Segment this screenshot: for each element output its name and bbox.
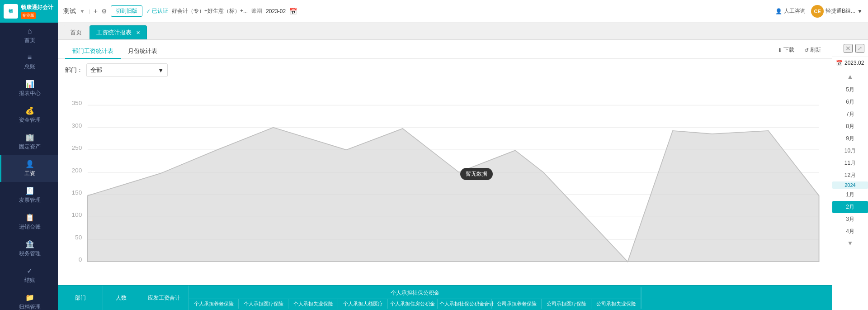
th-medical: 个人承担医疗保险 xyxy=(239,299,288,309)
th-group-personal: 个人承担社保公积金 个人承担养老保险 个人承担医疗保险 个人承担失业保险 个人承… xyxy=(189,287,642,309)
select-arrow-icon: ▼ xyxy=(158,67,164,74)
sidebar-item-home[interactable]: ⌂ 首页 xyxy=(0,23,58,49)
action-buttons: ⬇ 下载 ↺ 刷新 xyxy=(774,45,825,58)
th-group-label: 个人承担社保公积金 xyxy=(189,287,641,299)
th-pension: 个人承担养老保险 xyxy=(189,299,239,309)
month-10[interactable]: 10月 xyxy=(832,145,868,157)
salary-icon: 👤 xyxy=(25,160,34,168)
th-company-pension: 公司承担养老保险 xyxy=(492,299,542,309)
chart-area: 0 50 100 150 200 250 300 350 xyxy=(58,81,832,285)
topbar-title: 测试 xyxy=(63,7,76,15)
month-5[interactable]: 5月 xyxy=(832,84,868,96)
sidebar-item-tax[interactable]: 🏦 税务管理 xyxy=(0,235,58,262)
refresh-btn[interactable]: ↺ 刷新 xyxy=(801,45,825,55)
month-list: 5月 6月 7月 8月 9月 10月 11月 12月 2024 1月 2月 3月… xyxy=(832,84,868,310)
period-value: 2023-02 xyxy=(266,8,286,14)
ledger-icon: ≡ xyxy=(28,53,32,62)
month-2-active[interactable]: 2月 xyxy=(832,201,868,213)
settings-button[interactable]: ⚙ xyxy=(101,8,107,15)
sidebar-item-reports[interactable]: 📊 报表中心 xyxy=(0,75,58,102)
logo-text: 畅康通好会计 专业版 xyxy=(21,4,53,19)
month-8[interactable]: 8月 xyxy=(832,120,868,133)
month-9[interactable]: 9月 xyxy=(832,133,868,145)
date-input[interactable]: 📅 2023.02 xyxy=(832,57,868,69)
filter-bar: 部门： 全部 ▼ xyxy=(58,59,832,81)
content-area: 部门工资统计表 月份统计表 ⬇ 下载 ↺ 刷新 xyxy=(58,40,868,310)
app-logo: 畅 畅康通好会计 专业版 xyxy=(0,0,58,23)
certified-label: 已认证 xyxy=(152,7,168,15)
assets-icon: 🏢 xyxy=(25,133,34,142)
year-down-arrow[interactable]: ▼ xyxy=(832,238,868,248)
period-label: 账期 xyxy=(251,7,262,15)
tax-icon: 🏦 xyxy=(25,240,34,248)
topbar-dropdown-arrow[interactable]: ▼ xyxy=(80,8,85,14)
tab-salary-report[interactable]: 工资统计报表 ✕ xyxy=(90,25,147,39)
th-unemployment: 个人承担失业保险 xyxy=(288,299,338,309)
calendar-small-icon: 📅 xyxy=(836,60,843,66)
download-btn[interactable]: ⬇ 下载 xyxy=(774,45,798,55)
year-2024-label[interactable]: 2024 xyxy=(832,181,868,189)
table-header: 部门 人数 应发工资合计 个人承担社保公积金 个人承担养老保险 个人承担医疗保险… xyxy=(58,285,832,310)
logo-icon: 畅 xyxy=(4,4,18,19)
th-major-medical: 个人承担大额医疗 xyxy=(338,299,388,309)
user-dropdown-arrow: ▼ xyxy=(857,8,863,14)
content-main: 部门工资统计表 月份统计表 ⬇ 下载 ↺ 刷新 xyxy=(58,40,832,310)
subtab-monthly[interactable]: 月份统计表 xyxy=(121,44,165,59)
sidebar-item-assets[interactable]: 🏢 固定资产 xyxy=(0,129,58,155)
settle-icon: ✓ xyxy=(27,267,33,275)
topbar: 测试 ▼ | + ⚙ 切到旧版 ✓ 已认证 好会计（专）+好生意（标）+... … xyxy=(58,0,868,23)
chart-container: 0 50 100 150 200 250 300 350 xyxy=(65,86,825,281)
month-7[interactable]: 7月 xyxy=(832,108,868,120)
topbar-divider: | xyxy=(89,9,90,14)
panel-expand-btn[interactable]: ⤢ xyxy=(855,44,864,53)
svg-text:250: 250 xyxy=(71,145,82,152)
sidebar-item-archive[interactable]: 📁 归档管理 xyxy=(0,289,58,310)
panel-close-btn[interactable]: ✕ xyxy=(844,44,853,53)
sidebar-item-ledger[interactable]: ≡ 总账 xyxy=(0,49,58,75)
month-4[interactable]: 4月 xyxy=(832,225,868,238)
month-3[interactable]: 3月 xyxy=(832,213,868,225)
svg-text:50: 50 xyxy=(75,234,82,241)
year-nav: ▲ xyxy=(832,69,868,84)
refresh-icon: ↺ xyxy=(804,47,809,53)
month-1[interactable]: 1月 xyxy=(832,189,868,201)
consult-icon: 👤 xyxy=(775,8,782,14)
dept-filter-select[interactable]: 全部 ▼ xyxy=(86,63,168,77)
tab-close-btn[interactable]: ✕ xyxy=(136,30,140,35)
calendar-icon[interactable]: 📅 xyxy=(289,8,297,15)
th-group-cols: 个人承担养老保险 个人承担医疗保险 个人承担失业保险 个人承担大额医疗 个人承担… xyxy=(189,299,641,309)
th-company-unemployment: 公司承担失业保险 xyxy=(591,299,641,309)
svg-text:100: 100 xyxy=(71,212,82,219)
consult-btn[interactable]: 👤 人工咨询 xyxy=(775,7,806,15)
svg-text:300: 300 xyxy=(71,122,82,129)
th-social-total: 个人承担社保公积金合计 xyxy=(438,299,492,309)
month-12[interactable]: 12月 xyxy=(832,169,868,181)
year-up-arrow[interactable]: ▲ xyxy=(832,71,868,82)
subtab-dept[interactable]: 部门工资统计表 xyxy=(65,44,121,59)
th-dept: 部门 xyxy=(58,286,103,310)
topbar-right: 👤 人工咨询 CE 轻捷通B组... ▼ xyxy=(775,5,863,18)
sidebar-item-funds[interactable]: 💰 资金管理 xyxy=(0,102,58,129)
month-6[interactable]: 6月 xyxy=(832,96,868,108)
main-area: 测试 ▼ | + ⚙ 切到旧版 ✓ 已认证 好会计（专）+好生意（标）+... … xyxy=(58,0,868,310)
svg-text:200: 200 xyxy=(71,167,82,174)
certified-status: ✓ 已认证 xyxy=(146,7,168,15)
archive-icon: 📁 xyxy=(25,293,34,302)
switch-old-btn[interactable]: 切到旧版 xyxy=(111,5,142,17)
sidebar-item-invoice[interactable]: 🧾 发票管理 xyxy=(0,182,58,209)
funds-icon: 💰 xyxy=(25,106,34,115)
svg-text:350: 350 xyxy=(71,100,82,107)
add-button[interactable]: + xyxy=(94,7,98,15)
download-icon: ⬇ xyxy=(778,47,782,53)
sidebar-item-sales[interactable]: 📋 进销台账 xyxy=(0,209,58,235)
month-11[interactable]: 11月 xyxy=(832,157,868,169)
right-panel: ✕ ⤢ 📅 2023.02 ▲ 5月 6月 7月 8月 9月 10月 11月 1… xyxy=(832,40,868,310)
sidebar-item-settle[interactable]: ✓ 结账 xyxy=(0,262,58,289)
tab-home[interactable]: 首页 xyxy=(63,25,89,39)
sidebar-item-salary[interactable]: 👤 工资 xyxy=(0,155,58,182)
th-count: 人数 xyxy=(103,286,139,310)
subtab-bar: 部门工资统计表 月份统计表 ⬇ 下载 ↺ 刷新 xyxy=(58,40,832,59)
certified-icon: ✓ xyxy=(146,8,151,14)
th-salary: 应发工资合计 xyxy=(139,286,189,310)
user-menu[interactable]: CE 轻捷通B组... ▼ xyxy=(811,5,863,18)
